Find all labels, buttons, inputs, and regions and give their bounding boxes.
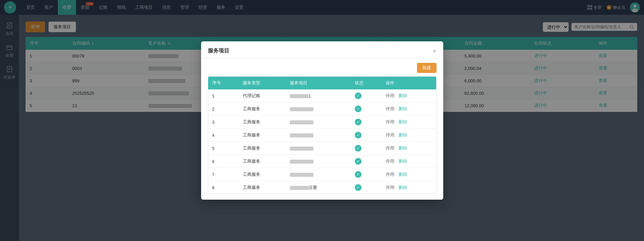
modal-header: 服务项目 × xyxy=(201,41,443,58)
delete-button[interactable]: 删除 xyxy=(399,159,407,164)
modal-col-status: 状态 xyxy=(351,77,382,89)
modal-cell-seq: 6 xyxy=(208,155,239,168)
modal-table-row: 8 工商服务 注册 ✓ 停用 删除 xyxy=(208,181,436,194)
modal-col-action: 操作 xyxy=(382,77,436,89)
modal-close-button[interactable]: × xyxy=(433,48,437,54)
stop-button[interactable]: 停用 xyxy=(386,106,394,111)
delete-button[interactable]: 删除 xyxy=(399,172,407,177)
delete-button[interactable]: 删除 xyxy=(399,106,407,111)
modal-cell-action: 停用 删除 xyxy=(382,168,436,181)
modal-table-row: 6 工商服务 ✓ 停用 删除 xyxy=(208,155,436,168)
modal-cell-item xyxy=(286,155,351,168)
modal-table-row: 7 工商服务 ✓ 停用 删除 xyxy=(208,168,436,181)
status-check-icon: ✓ xyxy=(355,106,362,112)
modal-body: 新建 序号 服务类型 服务项目 状态 操作 1 代理记账 xyxy=(201,58,443,200)
modal-table-row: 5 工商服务 ✓ 停用 删除 xyxy=(208,142,436,155)
status-check-icon: ✓ xyxy=(355,184,362,191)
modal-table-row: 2 工商服务 ✓ 停用 删除 xyxy=(208,103,436,116)
modal-cell-action: 停用 删除 xyxy=(382,142,436,155)
modal-cell-item xyxy=(286,103,351,116)
modal-table-row: 4 工商服务 ✓ 停用 删除 xyxy=(208,129,436,142)
modal-cell-action: 停用 删除 xyxy=(382,116,436,129)
stop-button[interactable]: 停用 xyxy=(386,93,394,98)
modal-cell-item xyxy=(286,129,351,142)
status-check-icon: ✓ xyxy=(355,132,362,138)
modal-cell-type: 工商服务 xyxy=(239,142,286,155)
modal-table-row: 3 工商服务 ✓ 停用 删除 xyxy=(208,116,436,129)
modal-cell-item xyxy=(286,116,351,129)
delete-button[interactable]: 删除 xyxy=(399,93,407,98)
modal-cell-status: ✓ xyxy=(351,103,382,116)
status-check-icon: ✓ xyxy=(355,158,362,165)
modal-cell-type: 工商服务 xyxy=(239,181,286,194)
modal-cell-status: ✓ xyxy=(351,181,382,194)
status-check-icon: ✓ xyxy=(355,145,362,152)
status-check-icon: ✓ xyxy=(355,171,362,178)
service-items-modal: 服务项目 × 新建 序号 服务类型 服务项目 状态 操作 xyxy=(201,41,443,200)
stop-button[interactable]: 停用 xyxy=(386,172,394,177)
modal-cell-seq: 8 xyxy=(208,181,239,194)
modal-cell-status: ✓ xyxy=(351,168,382,181)
status-check-icon: ✓ xyxy=(355,119,362,125)
status-check-icon: ✓ xyxy=(355,92,362,99)
modal-cell-seq: 4 xyxy=(208,129,239,142)
modal-table-row: 1 代理记账 1 ✓ 停用 删除 xyxy=(208,89,436,103)
stop-button[interactable]: 停用 xyxy=(386,185,394,190)
modal-cell-item: 1 xyxy=(286,89,351,103)
delete-button[interactable]: 删除 xyxy=(399,146,407,151)
modal-cell-action: 停用 删除 xyxy=(382,155,436,168)
modal-cell-type: 工商服务 xyxy=(239,116,286,129)
modal-cell-type: 代理记账 xyxy=(239,89,286,103)
modal-cell-type: 工商服务 xyxy=(239,129,286,142)
modal-cell-item xyxy=(286,142,351,155)
modal-toolbar: 新建 xyxy=(208,63,437,73)
modal-cell-action: 停用 删除 xyxy=(382,89,436,103)
modal-col-item: 服务项目 xyxy=(286,77,351,89)
service-items-table: 序号 服务类型 服务项目 状态 操作 1 代理记账 1 ✓ 停用 删除 xyxy=(208,77,436,194)
modal-cell-type: 工商服务 xyxy=(239,155,286,168)
stop-button[interactable]: 停用 xyxy=(386,159,394,164)
modal-cell-seq: 5 xyxy=(208,142,239,155)
modal-cell-status: ✓ xyxy=(351,142,382,155)
modal-cell-status: ✓ xyxy=(351,116,382,129)
delete-button[interactable]: 删除 xyxy=(399,185,407,190)
modal-title: 服务项目 xyxy=(208,47,229,54)
modal-cell-status: ✓ xyxy=(351,155,382,168)
modal-cell-status: ✓ xyxy=(351,129,382,142)
modal-cell-seq: 1 xyxy=(208,89,239,103)
modal-cell-action: 停用 删除 xyxy=(382,103,436,116)
modal-header-row: 序号 服务类型 服务项目 状态 操作 xyxy=(208,77,436,89)
delete-button[interactable]: 删除 xyxy=(399,119,407,124)
modal-new-button[interactable]: 新建 xyxy=(417,63,437,73)
modal-cell-status: ✓ xyxy=(351,89,382,103)
stop-button[interactable]: 停用 xyxy=(386,146,394,151)
modal-cell-type: 工商服务 xyxy=(239,168,286,181)
stop-button[interactable]: 停用 xyxy=(386,119,394,124)
modal-cell-item xyxy=(286,168,351,181)
modal-overlay[interactable]: 服务项目 × 新建 序号 服务类型 服务项目 状态 操作 xyxy=(0,0,644,241)
modal-table-wrap: 序号 服务类型 服务项目 状态 操作 1 代理记账 1 ✓ 停用 删除 xyxy=(208,76,437,194)
modal-cell-action: 停用 删除 xyxy=(382,181,436,194)
modal-cell-seq: 2 xyxy=(208,103,239,116)
modal-cell-action: 停用 删除 xyxy=(382,129,436,142)
modal-cell-seq: 3 xyxy=(208,116,239,129)
stop-button[interactable]: 停用 xyxy=(386,132,394,137)
modal-cell-item: 注册 xyxy=(286,181,351,194)
modal-col-seq: 序号 xyxy=(208,77,239,89)
modal-col-type: 服务类型 xyxy=(239,77,286,89)
modal-cell-seq: 7 xyxy=(208,168,239,181)
delete-button[interactable]: 删除 xyxy=(399,132,407,137)
modal-cell-type: 工商服务 xyxy=(239,103,286,116)
